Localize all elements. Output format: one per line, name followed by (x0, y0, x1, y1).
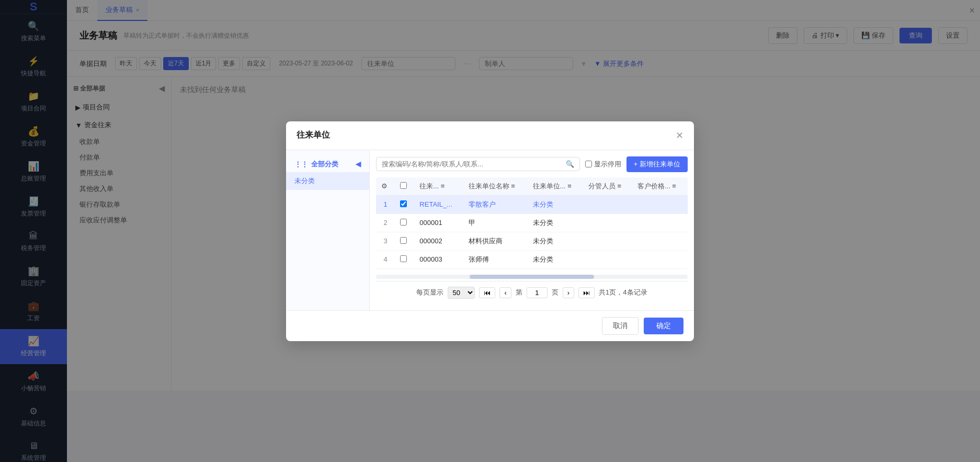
col-settings: ⚙ (376, 177, 395, 196)
show-disabled-label: 显示停用 (594, 160, 621, 169)
last-page-button[interactable]: ⏭ (578, 287, 595, 298)
row-code: 000001 (414, 213, 463, 232)
row-category: 未分类 (528, 195, 583, 213)
table-row[interactable]: 3 000002 材料供应商 未分类 (376, 232, 688, 250)
horizontal-scrollbar[interactable] (376, 275, 688, 279)
dialog-footer: 取消 确定 (286, 310, 694, 341)
row-checkbox[interactable] (400, 255, 407, 262)
dialog-body: ⋮⋮ 全部分类 ◀ 未分类 🔍 显示停用 (286, 150, 694, 310)
dialog-header: 往来单位 ✕ (286, 121, 694, 150)
add-partner-button[interactable]: + 新增往来单位 (626, 156, 688, 172)
category-collapse-icon[interactable]: ◀ (356, 160, 361, 168)
category-unclassified[interactable]: 未分类 (286, 172, 369, 190)
page-label: 第 (516, 288, 522, 297)
col-category[interactable]: 往来单位... ≡ (528, 177, 583, 196)
cancel-button[interactable]: 取消 (602, 317, 639, 335)
row-checkbox[interactable] (400, 237, 407, 244)
first-page-button[interactable]: ⏮ (479, 287, 495, 298)
col-price[interactable]: 客户价格... ≡ (632, 177, 688, 196)
scrollbar-thumb[interactable] (470, 275, 594, 279)
page-unit: 页 (552, 288, 559, 297)
row-name: 张师傅 (463, 250, 528, 268)
row-num: 3 (376, 232, 395, 250)
next-page-button[interactable]: › (563, 287, 574, 298)
row-category: 未分类 (528, 232, 583, 250)
dialog-table-wrapper: ⚙ 往来... ≡ 往来单位名称 ≡ 往来单位... ≡ 分管人员 ≡ 客户价格… (376, 177, 688, 273)
row-name: 甲 (463, 213, 528, 232)
row-price (632, 195, 688, 213)
category-expand-icon: ⋮⋮ (294, 160, 308, 168)
modal-overlay: 往来单位 ✕ ⋮⋮ 全部分类 ◀ 未分类 🔍 (0, 0, 980, 462)
all-category-item[interactable]: ⋮⋮ 全部分类 ◀ (286, 156, 369, 172)
row-code: 000002 (414, 232, 463, 250)
counterpart-dialog: 往来单位 ✕ ⋮⋮ 全部分类 ◀ 未分类 🔍 (286, 121, 694, 341)
row-checkbox-cell[interactable] (395, 213, 414, 232)
table-row[interactable]: 1 RETAIL_... 零散客户 未分类 (376, 195, 688, 213)
row-code: RETAIL_... (414, 195, 463, 213)
prev-page-button[interactable]: ‹ (499, 287, 511, 298)
settings-icon[interactable]: ⚙ (381, 182, 388, 190)
dialog-close-button[interactable]: ✕ (676, 130, 683, 141)
all-category-label: 全部分类 (311, 160, 338, 169)
row-checkbox-cell[interactable] (395, 232, 414, 250)
show-disabled-checkbox-label[interactable]: 显示停用 (585, 160, 621, 169)
select-all-checkbox[interactable] (400, 182, 407, 189)
col-code[interactable]: 往来... ≡ (414, 177, 463, 196)
row-checkbox-cell[interactable] (395, 250, 414, 268)
row-checkbox[interactable] (400, 200, 407, 207)
table-row[interactable]: 4 000003 张师傅 未分类 (376, 250, 688, 268)
row-price (632, 250, 688, 268)
confirm-button[interactable]: 确定 (644, 318, 683, 334)
row-num: 1 (376, 195, 395, 213)
row-price (632, 232, 688, 250)
row-name: 材料供应商 (463, 232, 528, 250)
row-manager (583, 195, 632, 213)
dialog-table: ⚙ 往来... ≡ 往来单位名称 ≡ 往来单位... ≡ 分管人员 ≡ 客户价格… (376, 177, 688, 269)
table-row[interactable]: 2 000001 甲 未分类 (376, 213, 688, 232)
row-manager (583, 232, 632, 250)
row-price (632, 213, 688, 232)
show-disabled-checkbox[interactable] (585, 161, 592, 167)
col-name[interactable]: 往来单位名称 ≡ (463, 177, 528, 196)
row-num: 4 (376, 250, 395, 268)
row-checkbox-cell[interactable] (395, 195, 414, 213)
total-records: 共1页，4条记录 (599, 288, 647, 297)
row-name: 零散客户 (463, 195, 528, 213)
row-checkbox[interactable] (400, 219, 407, 226)
row-manager (583, 250, 632, 268)
dialog-search-box[interactable]: 🔍 (376, 157, 580, 171)
dialog-toolbar: 🔍 显示停用 + 新增往来单位 (376, 156, 688, 172)
per-page-label: 每页显示 (416, 288, 443, 297)
row-category: 未分类 (528, 213, 583, 232)
dialog-pagination: 每页显示 50 100 200 ⏮ ‹ 第 页 › ⏭ 共1页，4条记录 (376, 281, 688, 304)
table-header-row: ⚙ 往来... ≡ 往来单位名称 ≡ 往来单位... ≡ 分管人员 ≡ 客户价格… (376, 177, 688, 196)
col-checkbox (395, 177, 414, 196)
row-category: 未分类 (528, 250, 583, 268)
page-number-input[interactable] (527, 287, 548, 298)
search-icon: 🔍 (566, 160, 574, 168)
row-manager (583, 213, 632, 232)
dialog-right-content: 🔍 显示停用 + 新增往来单位 ⚙ (370, 150, 694, 310)
row-num: 2 (376, 213, 395, 232)
row-code: 000003 (414, 250, 463, 268)
per-page-select[interactable]: 50 100 200 (448, 287, 475, 299)
dialog-category-panel: ⋮⋮ 全部分类 ◀ 未分类 (286, 150, 370, 310)
dialog-title: 往来单位 (297, 130, 330, 141)
col-manager[interactable]: 分管人员 ≡ (583, 177, 632, 196)
dialog-search-input[interactable] (382, 160, 563, 168)
